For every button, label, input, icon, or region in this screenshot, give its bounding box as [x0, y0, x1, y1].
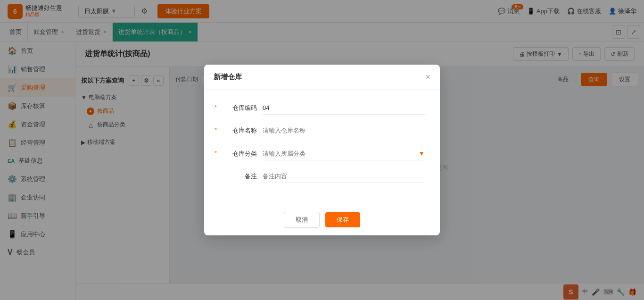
- category-label: 仓库分类: [219, 150, 257, 158]
- cancel-button[interactable]: 取消: [284, 212, 320, 228]
- form-row-category: 仓库分类 ▼: [219, 147, 425, 160]
- modal-close-button[interactable]: ×: [425, 72, 430, 82]
- note-label: 备注: [219, 172, 257, 181]
- category-input[interactable]: [263, 150, 418, 157]
- modal-body: 仓库编码 仓库名称 仓库分类 ▼ 备注: [204, 90, 440, 204]
- modal-title: 新增仓库: [214, 73, 242, 82]
- modal-header: 新增仓库 ×: [204, 65, 440, 90]
- add-warehouse-modal: 新增仓库 × 仓库编码 仓库名称 仓库分类 ▼: [204, 65, 440, 235]
- form-row-note: 备注: [219, 170, 425, 183]
- save-button[interactable]: 保存: [325, 212, 360, 227]
- modal-overlay: 新增仓库 × 仓库编码 仓库名称 仓库分类 ▼: [0, 0, 644, 300]
- name-label: 仓库名称: [219, 126, 257, 135]
- code-input[interactable]: [263, 101, 425, 115]
- code-label: 仓库编码: [219, 104, 257, 112]
- category-select-row[interactable]: ▼: [263, 147, 425, 160]
- category-arrow-icon: ▼: [418, 150, 425, 157]
- form-row-name: 仓库名称: [219, 124, 425, 137]
- form-row-code: 仓库编码: [219, 101, 425, 115]
- modal-footer: 取消 保存: [204, 204, 440, 235]
- name-input[interactable]: [263, 124, 425, 137]
- note-input[interactable]: [263, 170, 425, 183]
